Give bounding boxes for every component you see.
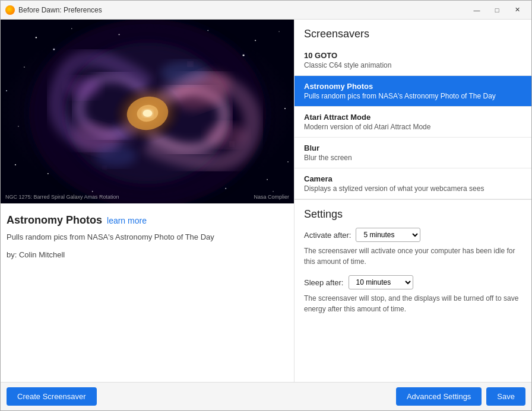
svg-point-16 — [207, 30, 208, 31]
svg-point-28 — [53, 49, 55, 50]
svg-point-25 — [273, 191, 274, 192]
activate-note: The screensaver will activate once your … — [304, 246, 522, 267]
svg-point-6 — [66, 77, 102, 98]
svg-point-31 — [287, 161, 289, 163]
titlebar: Before Dawn: Preferences — □ ✕ — [1, 1, 531, 20]
advanced-settings-button[interactable]: Advanced Settings — [396, 387, 482, 406]
list-item-desc: Blur the screen — [304, 154, 522, 162]
list-item-desc: Classic C64 style animation — [304, 61, 522, 69]
activate-label: Activate after: — [304, 231, 351, 240]
svg-point-15 — [119, 34, 120, 35]
list-item-name: Atari Attract Mode — [304, 113, 522, 122]
svg-point-26 — [225, 188, 226, 189]
svg-point-23 — [18, 126, 19, 127]
galaxy-svg — [1, 20, 294, 203]
screensaver-list[interactable]: 10 GOTO Classic C64 style animation Astr… — [294, 45, 531, 199]
screensaver-author: by: Colin Mitchell — [7, 250, 284, 259]
svg-point-22 — [284, 108, 286, 109]
left-panel: NGC 1275: Barred Spiral Galaxy Amas Rota… — [1, 20, 294, 382]
activate-select[interactable]: 1 minute 2 minutes 5 minutes 10 minutes … — [356, 228, 420, 242]
window-controls: — □ ✕ — [467, 4, 527, 17]
sleep-select[interactable]: 5 minutes 10 minutes 15 minutes 30 minut… — [349, 275, 413, 289]
footer-right: Advanced Settings Save — [396, 387, 525, 406]
close-button[interactable]: ✕ — [508, 4, 527, 17]
list-item-name: Astronomy Photos — [304, 82, 522, 91]
list-item-name: 10 GOTO — [304, 51, 522, 60]
svg-point-8 — [96, 145, 137, 167]
app-icon — [5, 5, 15, 15]
svg-point-30 — [15, 164, 16, 165]
list-item-desc: Displays a stylized version of what your… — [304, 184, 522, 193]
settings-header: Settings — [304, 208, 522, 221]
list-item-atari[interactable]: Atari Attract Mode Modern version of old… — [294, 107, 531, 138]
window-title: Before Dawn: Preferences — [18, 6, 467, 14]
svg-point-12 — [143, 110, 153, 117]
list-item-name: Camera — [304, 174, 522, 183]
name-row: Astronomy Photos learn more — [7, 214, 284, 227]
sleep-label: Sleep after: — [304, 278, 344, 287]
right-panel: Screensavers 10 GOTO Classic C64 style a… — [294, 20, 531, 382]
main-window: Before Dawn: Preferences — □ ✕ — [0, 0, 532, 411]
svg-point-29 — [243, 55, 245, 56]
main-content: NGC 1275: Barred Spiral Galaxy Amas Rota… — [1, 20, 531, 382]
minimize-button[interactable]: — — [467, 4, 486, 17]
svg-point-13 — [36, 37, 37, 38]
svg-point-17 — [255, 40, 256, 41]
screensavers-section: Screensavers 10 GOTO Classic C64 style a… — [294, 20, 531, 200]
list-item-camera[interactable]: Camera Displays a stylized version of wh… — [294, 168, 531, 199]
sleep-after-row: Sleep after: 5 minutes 10 minutes 15 min… — [304, 275, 522, 289]
svg-point-14 — [71, 28, 72, 29]
sleep-note: The screensaver will stop, and the displ… — [304, 293, 522, 314]
learn-more-link[interactable]: learn more — [107, 216, 147, 225]
preview-caption-right: Nasa Complier — [254, 194, 289, 200]
save-button[interactable]: Save — [486, 387, 525, 406]
list-item-desc: Modern version of old Atari Attract Mode — [304, 123, 522, 131]
list-item-desc: Pulls random pics from NASA's Astronomy … — [304, 92, 522, 100]
svg-point-21 — [267, 179, 268, 180]
svg-point-24 — [6, 90, 7, 91]
list-item-blur[interactable]: Blur Blur the screen — [294, 138, 531, 168]
activate-after-row: Activate after: 1 minute 2 minutes 5 min… — [304, 228, 522, 242]
maximize-button[interactable]: □ — [487, 4, 506, 17]
svg-point-34 — [230, 142, 234, 146]
svg-point-32 — [188, 62, 192, 66]
screensaver-info: Astronomy Photos learn more Pulls random… — [1, 203, 294, 382]
svg-point-7 — [160, 61, 208, 85]
preview-caption-left: NGC 1275: Barred Spiral Galaxy Amas Rota… — [5, 194, 119, 200]
footer-left: Create Screensaver — [7, 387, 97, 406]
list-item-name: Blur — [304, 144, 522, 152]
list-item-10goto[interactable]: 10 GOTO Classic C64 style animation — [294, 45, 531, 76]
svg-point-18 — [278, 31, 279, 32]
create-screensaver-button[interactable]: Create Screensaver — [7, 387, 97, 406]
svg-point-19 — [24, 66, 25, 68]
svg-point-33 — [103, 166, 106, 170]
preview-image: NGC 1275: Barred Spiral Galaxy Amas Rota… — [1, 20, 294, 203]
settings-section: Settings Activate after: 1 minute 2 minu… — [294, 200, 531, 382]
screensaver-name: Astronomy Photos — [7, 214, 102, 227]
list-item-astronomy[interactable]: Astronomy Photos Pulls random pics from … — [294, 76, 531, 107]
svg-point-27 — [92, 191, 93, 192]
screensavers-header: Screensavers — [294, 20, 531, 45]
footer: Create Screensaver Advanced Settings Sav… — [1, 382, 531, 410]
svg-point-5 — [205, 123, 246, 147]
screensaver-description: Pulls random pics from NASA's Astronomy … — [7, 231, 284, 243]
svg-point-20 — [48, 173, 49, 174]
